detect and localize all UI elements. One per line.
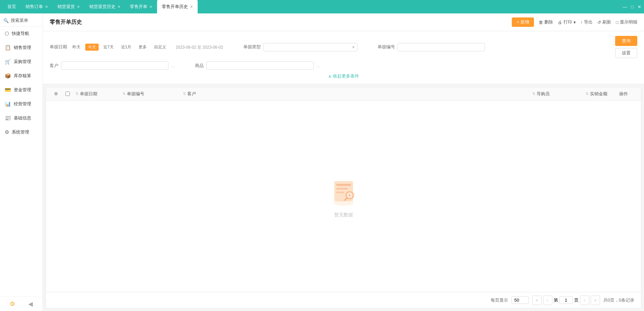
sidebar-settings-icon[interactable]: ⚙ xyxy=(10,300,15,308)
topbar-close[interactable]: ✕ xyxy=(638,4,641,9)
tab-retail-open[interactable]: 零售开单 ✕ xyxy=(125,0,157,13)
type-select[interactable] xyxy=(263,43,357,51)
add-button[interactable]: + 新增 xyxy=(512,17,534,27)
top-tabbar: 首页 销售订单 ✕ 销货退货 ✕ 销货退货历史 ✕ 零售开单 ✕ 零售开单历史 … xyxy=(0,0,644,13)
system-icon: ⚙ xyxy=(5,129,9,135)
first-page-btn[interactable]: « xyxy=(532,296,542,305)
filter-number: 单据编号 xyxy=(378,43,485,51)
sidebar-item-inventory[interactable]: 📦 库存核算 xyxy=(0,69,43,83)
date-btn-yesterday[interactable]: 昨天 xyxy=(70,44,83,51)
sidebar-item-finance-label: 资金管理 xyxy=(14,87,31,93)
sidebar-item-sales-mgmt-label: 销售管理 xyxy=(14,45,31,51)
date-btn-custom[interactable]: 自定义 xyxy=(151,44,169,51)
th-date-label: 单据日期 xyxy=(80,91,97,97)
delete-button[interactable]: 🗑 删除 xyxy=(539,19,553,25)
empty-icon xyxy=(327,174,360,208)
th-guide-sort-icon[interactable]: ⇅ xyxy=(532,92,535,96)
th-guide-label: 导购员 xyxy=(537,91,550,97)
sidebar-item-sales-mgmt[interactable]: 📋 销售管理 xyxy=(0,41,43,55)
content-area: 零售开单历史 + 新增 🗑 删除 🖨 打印 ▾ ↑ 导出 ↺ xyxy=(43,13,644,311)
tab-retail-open-history[interactable]: 零售开单历史 ✕ xyxy=(157,0,198,13)
table-select-all[interactable] xyxy=(62,92,73,96)
number-input[interactable] xyxy=(398,43,485,51)
tab-retail-open-history-label: 零售开单历史 xyxy=(162,4,188,10)
export-icon: ↑ xyxy=(581,20,583,25)
display-detail-button[interactable]: □ 显示明细 xyxy=(616,19,637,25)
topbar-minimize[interactable]: — xyxy=(623,4,627,9)
last-page-btn[interactable]: » xyxy=(591,296,600,305)
display-detail-checkbox: □ xyxy=(616,20,618,25)
tab-home[interactable]: 首页 xyxy=(3,0,21,13)
th-date-sort-icon[interactable]: ⇅ xyxy=(76,92,79,96)
sidebar-item-operation[interactable]: 📊 经营管理 xyxy=(0,97,43,111)
date-btn-1month[interactable]: 近1月 xyxy=(118,44,134,51)
filter-area: 单据日期 昨天 今天 近7天 近1月 更多 自定义 2023-06-02 至 2… xyxy=(43,31,644,84)
number-filter-label: 单据编号 xyxy=(378,44,395,50)
table-settings-icon[interactable]: ⚙ xyxy=(50,91,62,96)
empty-state: 暂无数据 xyxy=(46,101,641,292)
filter-product: 商品 ... xyxy=(195,61,320,70)
sidebar-item-basic-info[interactable]: 📰 基础信息 xyxy=(0,111,43,125)
per-page-label: 每页显示 xyxy=(491,297,508,303)
page-title: 零售开单历史 xyxy=(50,19,82,26)
next-page-btn[interactable]: › xyxy=(580,296,589,305)
filter-date: 单据日期 昨天 今天 近7天 近1月 更多 自定义 xyxy=(50,44,169,51)
tab-retail-open-close[interactable]: ✕ xyxy=(149,5,152,9)
date-range-text: 2023-06-02 至 2023-06-02 xyxy=(176,45,223,50)
type-select-wrapper: ▾ xyxy=(263,43,357,51)
sidebar-item-finance[interactable]: 💳 资金管理 xyxy=(0,83,43,97)
select-all-checkbox[interactable] xyxy=(65,92,70,96)
th-customer-sort-icon[interactable]: ⇅ xyxy=(183,92,186,96)
refresh-label: 刷新 xyxy=(602,19,611,25)
topbar-maximize[interactable]: □ xyxy=(631,4,634,9)
sidebar-collapse-icon[interactable]: ◀ xyxy=(28,300,33,308)
settings-button[interactable]: 设置 xyxy=(615,48,637,58)
collapse-icon: ∧ xyxy=(328,74,332,79)
toolbar: + 新增 🗑 删除 🖨 打印 ▾ ↑ 导出 ↺ 刷新 xyxy=(512,17,637,27)
export-label: 导出 xyxy=(584,19,593,25)
operation-icon: 📊 xyxy=(5,101,11,107)
tab-sales-return-label: 销货退货 xyxy=(57,4,75,10)
tab-sales-return-close[interactable]: ✕ xyxy=(77,5,80,9)
date-btn-more[interactable]: 更多 xyxy=(136,44,149,51)
tab-sales-order-close[interactable]: ✕ xyxy=(45,5,48,9)
sidebar-item-system[interactable]: ⚙ 系统管理 xyxy=(0,125,43,139)
delete-label: 删除 xyxy=(544,19,553,25)
tab-sales-return-history[interactable]: 销货退货历史 ✕ xyxy=(85,0,125,13)
refresh-button[interactable]: ↺ 刷新 xyxy=(597,19,611,25)
customer-dots[interactable]: ... xyxy=(171,63,175,68)
query-button[interactable]: 查询 xyxy=(615,36,637,46)
sidebar-search[interactable]: 🔍 搜索菜单 xyxy=(0,13,43,27)
product-input[interactable] xyxy=(206,61,314,70)
tab-retail-open-history-close[interactable]: ✕ xyxy=(190,5,193,9)
tab-sales-return-history-close[interactable]: ✕ xyxy=(117,5,120,9)
sales-mgmt-icon: 📋 xyxy=(5,45,11,51)
prev-page-btn[interactable]: ‹ xyxy=(543,296,552,305)
filter-row-1: 单据日期 昨天 今天 近7天 近1月 更多 自定义 2023-06-02 至 2… xyxy=(50,36,637,58)
tab-sales-return[interactable]: 销货退货 ✕ xyxy=(53,0,85,13)
collapse-btn[interactable]: ∧ 收起更多条件 xyxy=(50,73,637,79)
sidebar: 🔍 搜索菜单 ⬡ 快捷导航 📋 销售管理 🛒 采购管理 📦 库存核算 💳 资金管… xyxy=(0,13,43,311)
display-detail-label: 显示明细 xyxy=(620,19,637,25)
date-btn-today[interactable]: 今天 xyxy=(85,44,99,51)
export-button[interactable]: ↑ 导出 xyxy=(581,19,593,25)
date-btn-7days[interactable]: 近7天 xyxy=(101,44,116,51)
page-number-input[interactable] xyxy=(559,296,573,304)
print-button[interactable]: 🖨 打印 ▾ xyxy=(558,19,576,25)
sidebar-item-purchase-mgmt[interactable]: 🛒 采购管理 xyxy=(0,55,43,69)
th-number-sort-icon[interactable]: ⇅ xyxy=(122,92,126,96)
th-amount-sort-icon[interactable]: ⇅ xyxy=(586,92,589,96)
customer-input[interactable] xyxy=(61,61,168,70)
filter-customer: 客户 ... xyxy=(50,61,175,70)
sidebar-item-basic-info-label: 基础信息 xyxy=(14,115,31,121)
th-customer: ⇅ 客户 xyxy=(180,91,530,97)
sidebar-bottom: ⚙ ◀ xyxy=(0,297,43,311)
tab-sales-order[interactable]: 销售订单 ✕ xyxy=(21,0,53,13)
per-page-select[interactable]: 50 10 20 100 xyxy=(511,296,529,304)
product-dots[interactable]: ... xyxy=(316,63,320,68)
sidebar-item-quick-nav[interactable]: ⬡ 快捷导航 xyxy=(0,27,43,41)
delete-icon: 🗑 xyxy=(539,20,543,25)
th-amount: ⇅ 实销金额 xyxy=(570,91,610,97)
collapse-label: 收起更多条件 xyxy=(333,73,359,79)
page-header: 零售开单历史 + 新增 🗑 删除 🖨 打印 ▾ ↑ 导出 ↺ xyxy=(43,13,644,31)
